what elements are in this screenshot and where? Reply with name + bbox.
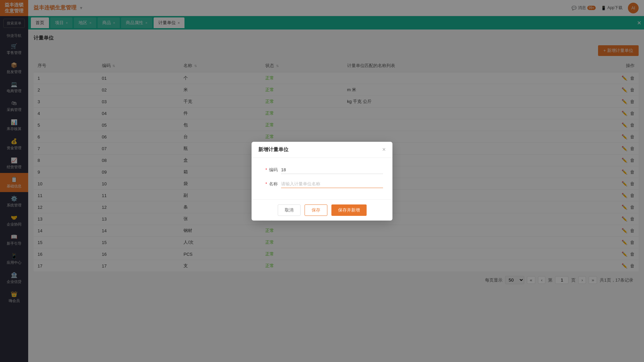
modal-body: * 编码 * 名称 [252,158,392,199]
modal-title: 新增计量单位 [258,146,288,153]
code-form-row: * 编码 [261,166,383,174]
save-and-new-button[interactable]: 保存并新增 [331,204,367,216]
name-input[interactable] [281,180,383,188]
modal-overlay: 新增计量单位 × * 编码 * 名称 取消 保存 保存并新增 [0,0,644,362]
modal-header: 新增计量单位 × [252,142,392,158]
modal-close-button[interactable]: × [382,146,386,153]
name-form-row: * 名称 [261,180,383,188]
modal-footer: 取消 保存 保存并新增 [252,199,392,221]
code-input[interactable] [281,166,383,174]
cancel-button[interactable]: 取消 [278,204,301,216]
save-button[interactable]: 保存 [305,204,327,216]
name-label: * 名称 [261,181,281,187]
code-label: * 编码 [261,167,281,173]
add-unit-modal: 新增计量单位 × * 编码 * 名称 取消 保存 保存并新增 [252,142,392,221]
name-required-mark: * [265,181,267,186]
code-required-mark: * [265,167,267,172]
